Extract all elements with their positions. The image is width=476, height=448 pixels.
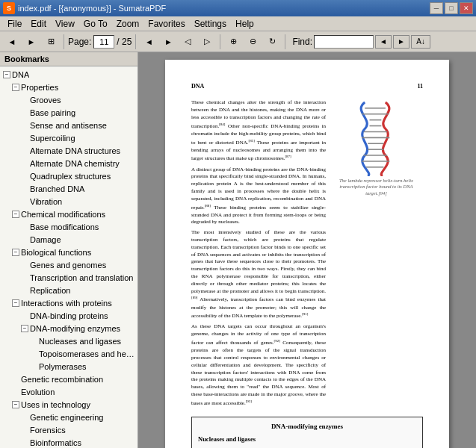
bookmark-item-bio-func[interactable]: −Biological functions xyxy=(0,246,137,258)
rotate-button[interactable]: ↻ xyxy=(263,34,281,50)
bookmark-item-damage[interactable]: +Damage xyxy=(0,233,137,246)
tree-toggle-interactions[interactable]: − xyxy=(12,299,19,307)
bookmark-item-forensics[interactable]: +Forensics xyxy=(0,423,137,436)
minimize-button[interactable]: ─ xyxy=(430,2,443,14)
dna-image-caption: The lambda repressor helix-turn-helix tr… xyxy=(333,178,419,196)
menu-zoom[interactable]: Zoom xyxy=(112,16,144,31)
find-input[interactable] xyxy=(314,35,374,49)
intro-para-2: A distinct group of DNA-binding proteins… xyxy=(191,167,326,227)
bookmark-item-transcription[interactable]: +Transcription and translation xyxy=(0,271,137,284)
tree-label-bioinformatics: Bioinformatics xyxy=(30,438,81,447)
tree-toggle-properties[interactable]: − xyxy=(12,84,19,91)
menu-help[interactable]: Help xyxy=(231,16,259,31)
tree-label-branched: Branched DNA xyxy=(30,184,84,193)
dna-helix-svg xyxy=(339,99,414,176)
find-options-button[interactable]: A↓ xyxy=(411,35,430,49)
tree-toggle-chem-mod[interactable]: − xyxy=(12,211,19,218)
tree-toggle-dna[interactable]: − xyxy=(3,71,10,78)
box-title: DNA-modifying enzymes xyxy=(198,422,416,432)
maximize-button[interactable]: □ xyxy=(445,2,458,14)
tree-label-genes-genomes: Genes and genomes xyxy=(30,261,106,270)
bookmark-item-replication[interactable]: +Replication xyxy=(0,284,137,296)
tree-toggle-uses-tech[interactable]: − xyxy=(12,401,19,408)
bookmark-item-evolution[interactable]: +Evolution xyxy=(0,385,137,398)
tree-label-evolution: Evolution xyxy=(21,388,55,396)
forward-button[interactable]: ► xyxy=(22,34,40,50)
tree-toggle-bio-func[interactable]: − xyxy=(12,249,19,256)
intro-para-3: The most intensively studied of these ar… xyxy=(191,229,326,320)
tree-label-base-mod: Base modifications xyxy=(30,223,99,231)
bookmark-item-genes-genomes[interactable]: +Genes and genomes xyxy=(0,258,137,271)
bookmarks-tree[interactable]: −DNA−Properties+Grooves+Base pairing+Sen… xyxy=(0,66,137,448)
tree-label-topoisomerases: Topoisomerases and helicases xyxy=(39,349,135,358)
prev-page-button[interactable]: ◄ xyxy=(140,34,158,50)
bookmark-item-uses-tech[interactable]: −Uses in technology xyxy=(0,398,137,411)
bookmark-item-alt-dna-struct[interactable]: +Alternate DNA structures xyxy=(0,144,137,157)
box-subtitle: Nucleases and ligases xyxy=(198,435,416,444)
bookmark-item-quadruplex[interactable]: +Quadruplex structures xyxy=(0,169,137,182)
page-total: / 25 xyxy=(117,37,132,47)
menu-settings[interactable]: Settings xyxy=(190,16,231,31)
bookmark-item-dna-modifying[interactable]: −DNA-modifying enzymes xyxy=(0,322,137,335)
bookmark-item-sense-antisense[interactable]: +Sense and antisense xyxy=(0,119,137,131)
close-button[interactable]: ✕ xyxy=(460,2,473,14)
page-input[interactable] xyxy=(93,35,114,49)
bookmark-item-bioinformatics[interactable]: +Bioinformatics xyxy=(0,436,137,448)
next-page-button[interactable]: ► xyxy=(159,34,177,50)
menu-view[interactable]: View xyxy=(51,16,79,31)
page-header-right: 11 xyxy=(417,82,423,90)
zoom-out-button[interactable]: ⊖ xyxy=(244,34,262,50)
bookmark-item-vibration[interactable]: +Vibration xyxy=(0,195,137,208)
menu-goto[interactable]: Go To xyxy=(79,16,112,31)
tree-label-polymerases: Polymerases xyxy=(39,362,87,371)
bookmark-item-branched[interactable]: +Branched DNA xyxy=(0,182,137,195)
bookmark-item-chem-mod[interactable]: −Chemical modifications xyxy=(0,208,137,220)
bookmark-item-properties[interactable]: −Properties xyxy=(0,81,137,93)
menu-edit[interactable]: Edit xyxy=(26,16,51,31)
bookmark-item-interactions[interactable]: −Interactions with proteins xyxy=(0,296,137,309)
bookmark-item-topoisomerases[interactable]: +Topoisomerases and helicases xyxy=(0,347,137,360)
sep4 xyxy=(285,34,285,49)
toolbar: ◄ ► ⊞ Page: / 25 ◄ ► ◁ ▷ ⊕ ⊖ ↻ Find: ◄ ►… xyxy=(0,31,476,52)
tree-label-bio-func: Biological functions xyxy=(21,248,91,257)
find-prev-button[interactable]: ◄ xyxy=(375,35,392,49)
bookmark-item-supercoiling[interactable]: +Supercoiling xyxy=(0,131,137,144)
bookmark-item-base-mod[interactable]: +Base modifications xyxy=(0,220,137,233)
tree-label-genetic-recomb: Genetic recombination xyxy=(21,375,103,384)
page-label: Page: xyxy=(68,37,91,47)
dna-helix-image: The lambda repressor helix-turn-helix tr… xyxy=(333,99,419,196)
bookmark-item-base-pairing[interactable]: +Base pairing xyxy=(0,106,137,119)
bookmark-item-dna-binding[interactable]: +DNA-binding proteins xyxy=(0,309,137,322)
tree-label-dna-modifying: DNA-modifying enzymes xyxy=(30,324,120,333)
bookmark-item-polymerases[interactable]: +Polymerases xyxy=(0,360,137,373)
tree-label-transcription: Transcription and translation xyxy=(30,273,133,282)
content-area[interactable]: DNA 11 These chemical changes alter the … xyxy=(138,52,476,448)
page-nav: Page: / 25 xyxy=(68,35,132,49)
bookmark-item-nucleases[interactable]: +Nucleases and ligases xyxy=(0,335,137,347)
window-controls[interactable]: ─ □ ✕ xyxy=(430,2,473,14)
tree-label-uses-tech: Uses in technology xyxy=(21,400,90,409)
find-next-button[interactable]: ► xyxy=(393,35,409,49)
main-area: Bookmarks −DNA−Properties+Grooves+Base p… xyxy=(0,52,476,448)
menu-favorites[interactable]: Favorites xyxy=(143,16,189,31)
pdf-page-11: DNA 11 These chemical changes alter the … xyxy=(165,60,449,448)
bookmark-item-genetic-recomb[interactable]: +Genetic recombination xyxy=(0,373,137,385)
page-header: DNA 11 xyxy=(191,82,423,90)
bookmark-item-dna[interactable]: −DNA xyxy=(0,68,137,81)
tree-label-vibration: Vibration xyxy=(30,197,62,206)
tree-label-damage: Damage xyxy=(30,235,61,244)
tree-toggle-dna-modifying[interactable]: − xyxy=(21,325,28,332)
bookmark-item-genetic-eng[interactable]: +Genetic engineering xyxy=(0,411,137,423)
page-columns: These chemical changes alter the strengt… xyxy=(191,99,423,411)
menu-file[interactable]: File xyxy=(3,16,26,31)
app-icon: S xyxy=(3,2,15,14)
bookmark-item-alt-dna-chem[interactable]: +Alternate DNA chemistry xyxy=(0,157,137,169)
back-button[interactable]: ◄ xyxy=(3,34,21,50)
zoom-in-button[interactable]: ⊕ xyxy=(224,34,242,50)
find-label: Find: xyxy=(292,37,312,47)
layout-button[interactable]: ⊞ xyxy=(42,34,60,50)
prev-page-alt[interactable]: ◁ xyxy=(179,34,197,50)
bookmark-item-grooves[interactable]: +Grooves xyxy=(0,93,137,106)
menu-bar: File Edit View Go To Zoom Favorites Sett… xyxy=(0,16,476,31)
next-page-alt[interactable]: ▷ xyxy=(198,34,216,50)
